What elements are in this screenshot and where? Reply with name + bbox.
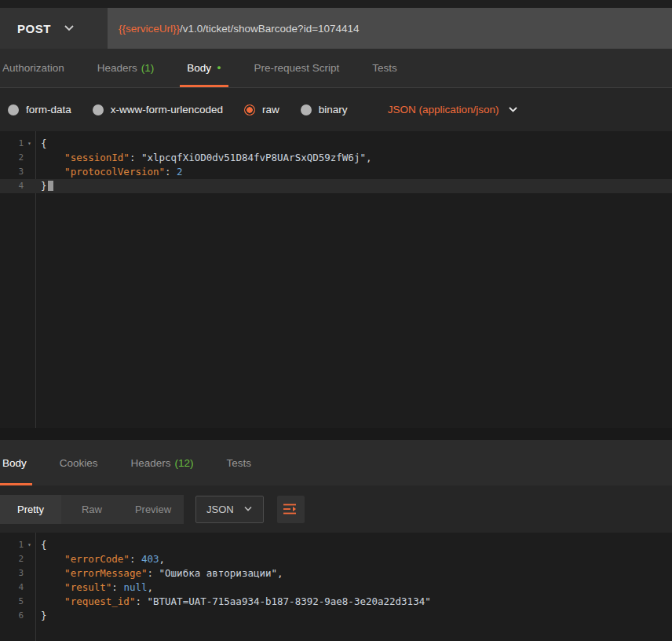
line-number: 2 (0, 552, 35, 566)
tab-count-badge: (12) (175, 457, 194, 469)
request-tab-headers[interactable]: Headers(1) (81, 49, 171, 87)
response-toolbar: PrettyRawPreview JSON (0, 485, 672, 533)
line-number: 5 (0, 595, 35, 609)
url-variable: {{serviceUrl}} (119, 23, 180, 35)
body-active-dot-icon: ● (217, 64, 221, 71)
code-line-2: 2 "errorCode": 403, (0, 552, 672, 566)
code-line-2: 2 "sessionId": "xlpcqfXiOD0dv51D84fvP8UA… (0, 151, 672, 165)
line-number: 3 (0, 566, 35, 581)
tab-label: Pre-request Script (254, 62, 340, 74)
code-text: { (35, 538, 47, 552)
response-tab-body[interactable]: Body (0, 440, 43, 485)
tab-label: Cookies (60, 457, 98, 469)
code-line-1: 1▾{ (0, 137, 672, 151)
request-tab-body[interactable]: Body● (170, 49, 237, 87)
response-language-label: JSON (206, 504, 234, 515)
radio-icon (8, 104, 19, 115)
tab-label: Headers (131, 457, 171, 469)
code-line-1: 1▾{ (0, 538, 672, 552)
fold-arrow-icon[interactable]: ▾ (24, 538, 35, 552)
content-type-label: JSON (application/json) (388, 104, 499, 115)
request-tab-authorization[interactable]: Authorization (0, 49, 81, 87)
tab-label: Tests (227, 457, 252, 469)
line-number: 4 (0, 581, 35, 595)
response-tab-tests[interactable]: Tests (210, 440, 268, 485)
view-raw[interactable]: Raw (61, 495, 122, 524)
tab-label: Body (187, 62, 211, 74)
line-number: 3 (0, 165, 35, 179)
section-divider (0, 428, 672, 440)
body-mode-binary[interactable]: binary (301, 104, 348, 115)
chevron-down-icon (64, 24, 75, 32)
response-tabs: BodyCookiesHeaders(12)Tests (0, 440, 672, 485)
radio-icon (244, 104, 255, 115)
request-tabs: AuthorizationHeaders(1)Body●Pre-request … (0, 49, 672, 88)
body-mode-radios: form-datax-www-form-urlencodedrawbinary (8, 104, 369, 115)
line-number: 2 (0, 151, 35, 165)
code-line-5: 5 "request_id": "BTUAT=UAT-715aa934-b187… (0, 595, 672, 609)
request-body-editor[interactable]: 1▾{2 "sessionId": "xlpcqfXiOD0dv51D84fvP… (0, 131, 672, 428)
view-pretty[interactable]: Pretty (0, 495, 61, 524)
code-text: "sessionId": "xlpcqfXiOD0dv51D84fvP8UArS… (35, 151, 371, 165)
code-text: "errorMessage": "Ошибка авторизации", (35, 566, 283, 581)
code-line-3: 3 "errorMessage": "Ошибка авторизации", (0, 566, 672, 581)
radio-label: x-www-form-urlencoded (111, 104, 223, 115)
view-preview[interactable]: Preview (122, 495, 184, 524)
code-text: "protocolVersion": 2 (35, 165, 183, 179)
code-text: "request_id": "BTUAT=UAT-715aa934-b187-8… (35, 595, 431, 609)
code-text: } (35, 609, 47, 623)
response-body-editor[interactable]: 1▾{2 "errorCode": 403,3 "errorMessage": … (0, 533, 672, 641)
url-path: /v1.0/ticket/showBarcode?id=1074414 (180, 23, 360, 35)
tab-label: Tests (372, 62, 397, 74)
request-tab-tests[interactable]: Tests (356, 49, 414, 87)
method-selector[interactable]: POST (0, 8, 108, 49)
content-type-selector[interactable]: JSON (application/json) (388, 104, 519, 115)
body-mode-x-www-form-urlencoded[interactable]: x-www-form-urlencoded (93, 104, 223, 115)
code-text: "errorCode": 403, (35, 552, 165, 566)
body-mode-form-data[interactable]: form-data (8, 104, 71, 115)
body-mode-row: form-datax-www-form-urlencodedrawbinary … (0, 88, 672, 131)
response-tab-headers[interactable]: Headers(12) (115, 440, 210, 485)
wrap-text-icon (283, 503, 298, 515)
chevron-down-icon (243, 506, 253, 512)
code-line-4: 4 "result": null, (0, 581, 672, 595)
code-text: } (35, 179, 53, 193)
line-number: 1▾ (0, 137, 35, 151)
response-tab-cookies[interactable]: Cookies (43, 440, 115, 485)
chevron-down-icon (508, 106, 518, 113)
request-url-bar: POST {{serviceUrl}}/v1.0/ticket/showBarc… (0, 8, 672, 49)
code-line-6: 6} (0, 609, 672, 623)
text-cursor (48, 181, 53, 191)
window-top-strip (0, 0, 672, 8)
tab-label: Body (2, 457, 27, 469)
fold-arrow-icon[interactable]: ▾ (24, 137, 35, 151)
code-line-3: 3 "protocolVersion": 2 (0, 165, 672, 179)
code-text: "result": null, (35, 581, 153, 595)
line-number: 4 (0, 179, 35, 193)
line-number: 1▾ (0, 538, 35, 552)
radio-icon (301, 104, 312, 115)
radio-label: raw (262, 104, 279, 115)
tab-label: Authorization (2, 62, 64, 74)
request-tab-pre-request-script[interactable]: Pre-request Script (238, 49, 356, 87)
body-mode-raw[interactable]: raw (244, 104, 279, 115)
postman-app: POST {{serviceUrl}}/v1.0/ticket/showBarc… (0, 0, 672, 641)
code-line-4: 4} (0, 179, 672, 193)
radio-label: binary (319, 104, 348, 115)
response-language-dropdown[interactable]: JSON (195, 496, 264, 523)
tab-label: Headers (97, 62, 137, 74)
tab-count-badge: (1) (141, 62, 155, 74)
url-input[interactable]: {{serviceUrl}}/v1.0/ticket/showBarcode?i… (108, 8, 672, 49)
wrap-text-button[interactable] (277, 496, 305, 523)
response-view-switch: PrettyRawPreview (0, 495, 184, 524)
line-number: 6 (0, 609, 35, 623)
method-label: POST (17, 22, 51, 35)
code-text: { (35, 137, 47, 151)
radio-icon (93, 104, 104, 115)
radio-label: form-data (26, 104, 71, 115)
